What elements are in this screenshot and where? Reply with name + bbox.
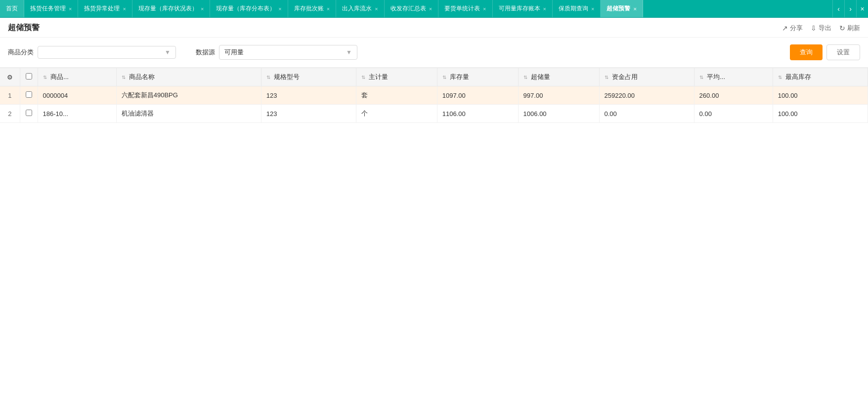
th-product-code-label: 商品... (50, 73, 69, 80)
nav-close-task-mgmt[interactable]: × (69, 6, 72, 12)
row-checkbox-0[interactable] (26, 91, 32, 98)
cell-max-stock-0: 100.00 (773, 86, 868, 105)
datasource-filter-group: 数据源 可用量 ▼ (196, 45, 357, 60)
nav-close-stock-dist[interactable]: × (278, 6, 281, 12)
nav-label-home: 首页 (6, 4, 18, 13)
th-settings[interactable]: ⚙ (0, 68, 20, 86)
th-stock-qty[interactable]: ⇅ 库存量 (437, 68, 518, 86)
settings-gear-icon: ⚙ (7, 74, 13, 81)
nav-item-order-stats[interactable]: 要货单统计表 × (438, 0, 492, 17)
nav-item-available-stock[interactable]: 可用量库存账本 × (493, 0, 553, 17)
cell-overstock-qty-0: 997.00 (518, 86, 599, 105)
th-capital-used-label: 资金占用 (612, 73, 638, 80)
datasource-select[interactable]: 可用量 ▼ (219, 45, 357, 60)
select-all-checkbox[interactable] (26, 73, 32, 79)
cell-product-name-1: 机油滤清器 (116, 105, 261, 123)
share-label: 分享 (790, 24, 803, 33)
cell-overstock-qty-1: 1006.00 (518, 105, 599, 123)
query-button[interactable]: 查询 (790, 44, 823, 60)
page-header: 超储预警 ↗ 分享 ⇩ 导出 ↻ 刷新 (0, 18, 868, 38)
data-table: ⚙ ⇅ 商品... ⇅ 商品名称 ⇅ 规格型号 (0, 68, 868, 123)
nav-arrow-left[interactable]: ‹ (832, 0, 844, 18)
nav-label-abnormal: 拣货异常处理 (84, 4, 120, 13)
th-avg[interactable]: ⇅ 平均... (694, 68, 773, 86)
nav-arrow-right[interactable]: › (844, 0, 856, 18)
share-action[interactable]: ↗ 分享 (782, 24, 803, 33)
export-label: 导出 (819, 24, 831, 33)
share-icon: ↗ (782, 24, 788, 32)
nav-item-in-out-flow[interactable]: 出入库流水 × (336, 0, 384, 17)
nav-label-task-mgmt: 拣货任务管理 (30, 4, 66, 13)
cell-stock-qty-1: 1106.00 (437, 105, 518, 123)
refresh-icon: ↻ (839, 24, 845, 32)
nav-label-order-stats: 要货单统计表 (444, 4, 480, 13)
th-unit[interactable]: ⇅ 主计量 (356, 68, 437, 86)
nav-item-quality-check[interactable]: 保质期查询 × (553, 0, 601, 17)
category-filter-group: 商品分类 ▼ (8, 46, 176, 59)
nav-close-in-out-flow[interactable]: × (375, 6, 378, 12)
refresh-action[interactable]: ↻ 刷新 (839, 24, 860, 33)
th-spec-label: 规格型号 (274, 73, 300, 80)
nav-item-batch-account[interactable]: 库存批次账 × (288, 0, 336, 17)
th-product-name[interactable]: ⇅ 商品名称 (116, 68, 261, 86)
cell-product-code-1: 186-10... (38, 105, 116, 123)
nav-item-collect-summary[interactable]: 收发存汇总表 × (385, 0, 438, 17)
nav-close-quality-check[interactable]: × (591, 6, 594, 12)
table-container: ⚙ ⇅ 商品... ⇅ 商品名称 ⇅ 规格型号 (0, 68, 868, 123)
nav-close-order-stats[interactable]: × (483, 6, 486, 12)
row-checkbox-cell-1 (20, 105, 38, 123)
table-row: 2 186-10... 机油滤清器 123 个 1106.00 1006.00 … (0, 105, 868, 123)
th-capital-used[interactable]: ⇅ 资金占用 (599, 68, 694, 86)
th-product-code[interactable]: ⇅ 商品... (38, 68, 116, 86)
export-action[interactable]: ⇩ 导出 (811, 24, 831, 33)
nav-item-task-mgmt[interactable]: 拣货任务管理 × (24, 0, 78, 17)
th-max-stock[interactable]: ⇅ 最高库存 (773, 68, 868, 86)
refresh-label: 刷新 (847, 24, 860, 33)
table-header-row: ⚙ ⇅ 商品... ⇅ 商品名称 ⇅ 规格型号 (0, 68, 868, 86)
nav-label-batch-account: 库存批次账 (294, 4, 324, 13)
th-spec[interactable]: ⇅ 规格型号 (261, 68, 356, 86)
nav-item-stock-dist[interactable]: 现存量（库存分布表） × (210, 0, 288, 17)
datasource-filter-label: 数据源 (196, 48, 215, 57)
nav-close-stock-status[interactable]: × (201, 6, 204, 12)
nav-close-overstock-warning[interactable]: × (633, 6, 636, 12)
datasource-select-value: 可用量 (224, 48, 244, 57)
sort-arrows-avg: ⇅ (699, 75, 703, 80)
nav-item-overstock-warning[interactable]: 超储预警 × (601, 0, 643, 17)
nav-close-batch-account[interactable]: × (327, 6, 330, 12)
nav-label-stock-status: 现存量（库存状况表） (138, 4, 198, 13)
filter-actions: 查询 设置 (790, 44, 860, 60)
table-row: 1 0000004 六配套新昌490BPG 123 套 1097.00 997.… (0, 86, 868, 105)
category-filter-label: 商品分类 (8, 48, 34, 57)
th-stock-qty-label: 库存量 (450, 73, 469, 80)
sort-arrows-stock-qty: ⇅ (442, 75, 446, 80)
page-title: 超储预警 (8, 23, 40, 33)
nav-label-in-out-flow: 出入库流水 (342, 4, 372, 13)
sort-arrows-overstock-qty: ⇅ (523, 75, 527, 80)
th-overstock-qty[interactable]: ⇅ 超储量 (518, 68, 599, 86)
nav-item-abnormal[interactable]: 拣货异常处理 × (78, 0, 132, 17)
category-dropdown-arrow: ▼ (165, 49, 171, 56)
sort-arrows-capital-used: ⇅ (605, 75, 608, 80)
row-checkbox-1[interactable] (26, 110, 32, 116)
nav-item-home[interactable]: 首页 (0, 0, 24, 17)
nav-label-available-stock: 可用量库存账本 (499, 4, 540, 13)
cell-avg-1: 0.00 (694, 105, 773, 123)
nav-label-stock-dist: 现存量（库存分布表） (216, 4, 275, 13)
nav-close-collect-summary[interactable]: × (429, 6, 432, 12)
filter-area: 商品分类 ▼ 数据源 可用量 ▼ 查询 设置 (0, 38, 868, 68)
export-icon: ⇩ (811, 24, 817, 32)
settings-button[interactable]: 设置 (826, 44, 860, 60)
row-num-1: 2 (0, 105, 20, 123)
row-checkbox-cell-0 (20, 86, 38, 105)
cell-stock-qty-0: 1097.00 (437, 86, 518, 105)
nav-arrow-close[interactable]: × (856, 0, 868, 18)
nav-close-available-stock[interactable]: × (543, 6, 546, 12)
page-content: 超储预警 ↗ 分享 ⇩ 导出 ↻ 刷新 商品分类 ▼ 数据源 (0, 18, 868, 395)
nav-label-quality-check: 保质期查询 (559, 4, 588, 13)
nav-item-stock-status[interactable]: 现存量（库存状况表） × (132, 0, 210, 17)
sort-arrows-unit: ⇅ (361, 75, 365, 80)
category-select[interactable]: ▼ (38, 46, 176, 59)
nav-close-abnormal[interactable]: × (123, 6, 126, 12)
th-product-name-label: 商品名称 (129, 73, 155, 80)
